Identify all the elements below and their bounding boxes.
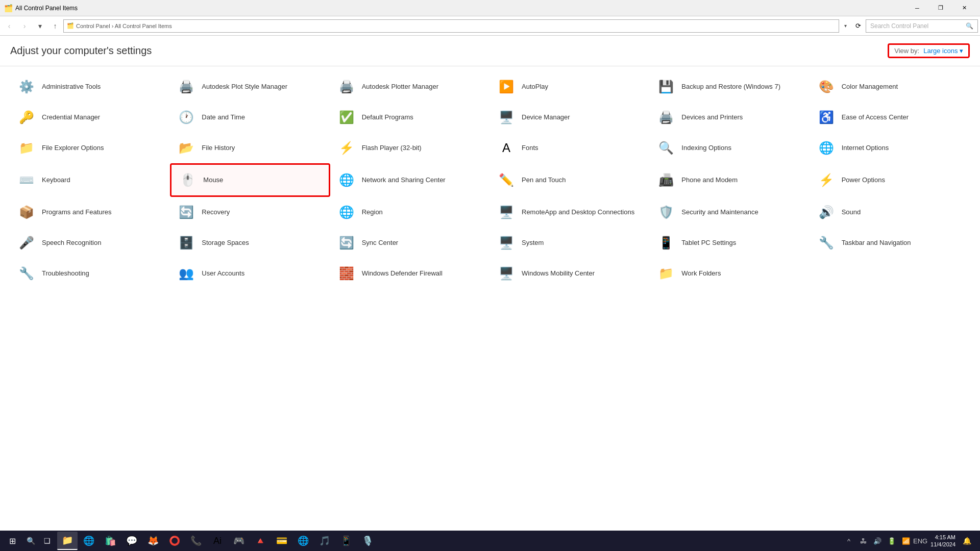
cp-item-administrative-tools[interactable]: ⚙️ Administrative Tools: [10, 71, 170, 102]
taskbar-app-firefox[interactable]: 🦊: [143, 532, 163, 550]
cp-item-file-history[interactable]: 📂 File History: [170, 133, 330, 163]
battery-icon[interactable]: 🔋: [886, 535, 898, 547]
cp-item-color-management[interactable]: 🎨 Color Management: [810, 71, 970, 102]
cp-item-device-manager[interactable]: 🖥️ Device Manager: [490, 102, 650, 133]
search-box[interactable]: Search Control Panel 🔍: [866, 19, 978, 33]
cp-icon-flash-player: ⚡: [336, 138, 357, 158]
taskbar-search-button[interactable]: 🔍: [22, 533, 39, 549]
taskbar-app-whatsapp[interactable]: 💬: [121, 532, 142, 550]
network-icon[interactable]: 🖧: [857, 535, 869, 547]
cp-item-internet-options[interactable]: 🌐 Internet Options: [810, 133, 970, 163]
cp-item-recovery[interactable]: 🔄 Recovery: [170, 197, 330, 228]
cp-item-network-sharing[interactable]: 🌐 Network and Sharing Center: [330, 163, 490, 197]
viewby-label: View by:: [894, 47, 919, 55]
cp-label-windows-defender: Windows Defender Firewall: [362, 269, 443, 278]
cp-item-credential-manager[interactable]: 🔑 Credential Manager: [10, 102, 170, 133]
cp-item-backup-restore[interactable]: 💾 Backup and Restore (Windows 7): [650, 71, 810, 102]
cp-item-phone-modem[interactable]: 📠 Phone and Modem: [650, 163, 810, 197]
close-button[interactable]: ✕: [952, 0, 976, 16]
taskbar-app-vlc[interactable]: 🔺: [250, 532, 271, 550]
cp-icon-phone-modem: 📠: [656, 170, 676, 190]
cp-label-taskbar-navigation: Taskbar and Navigation: [842, 239, 911, 247]
cp-item-region[interactable]: 🌐 Region: [330, 197, 490, 228]
taskbar-app-store[interactable]: 🛍️: [100, 532, 120, 550]
cp-icon-fonts: A: [496, 138, 517, 158]
title-bar: 🗂️ All Control Panel Items ─ ❐ ✕: [0, 0, 980, 16]
refresh-button[interactable]: ⟳: [851, 19, 865, 33]
cp-item-system[interactable]: 🖥️ System: [490, 228, 650, 258]
cp-item-flash-player[interactable]: ⚡ Flash Player (32-bit): [330, 133, 490, 163]
task-view-button[interactable]: ❑: [39, 533, 55, 549]
cp-item-troubleshooting[interactable]: 🔧 Troubleshooting: [10, 258, 170, 289]
cp-item-date-time[interactable]: 🕐 Date and Time: [170, 102, 330, 133]
cp-item-user-accounts[interactable]: 👥 User Accounts: [170, 258, 330, 289]
minimize-button[interactable]: ─: [905, 0, 929, 16]
taskbar-app-file-explorer[interactable]: 📁: [57, 532, 78, 550]
keyboard-layout-icon[interactable]: ENG: [914, 535, 926, 547]
taskbar-app-mic[interactable]: 🎙️: [357, 532, 378, 550]
cp-item-ease-of-access[interactable]: ♿ Ease of Access Center: [810, 102, 970, 133]
cp-item-fonts[interactable]: A Fonts: [490, 133, 650, 163]
cp-item-work-folders[interactable]: 📁 Work Folders: [650, 258, 810, 289]
cp-item-power-options[interactable]: ⚡ Power Options: [810, 163, 970, 197]
cp-item-speech-recognition[interactable]: 🎤 Speech Recognition: [10, 228, 170, 258]
taskbar-app-skype[interactable]: 📞: [186, 532, 206, 550]
cp-item-security-maintenance[interactable]: 🛡️ Security and Maintenance: [650, 197, 810, 228]
search-icon: 🔍: [966, 22, 973, 30]
cp-item-windows-mobility[interactable]: 🖥️ Windows Mobility Center: [490, 258, 650, 289]
start-button[interactable]: ⊞: [2, 531, 22, 551]
cp-icon-windows-defender: 🧱: [336, 263, 357, 284]
taskbar-app-adobe[interactable]: Ai: [207, 532, 228, 550]
restore-button[interactable]: ❐: [929, 0, 952, 16]
taskbar-app-edge[interactable]: 🌐: [79, 532, 99, 550]
recent-button[interactable]: ▾: [33, 19, 47, 33]
cp-item-devices-printers[interactable]: 🖨️ Devices and Printers: [650, 102, 810, 133]
wifi-icon[interactable]: 📶: [900, 535, 912, 547]
cp-item-windows-defender[interactable]: 🧱 Windows Defender Firewall: [330, 258, 490, 289]
cp-icon-tablet-pc: 📱: [656, 233, 676, 253]
notification-center-button[interactable]: 🔔: [960, 534, 974, 548]
cp-icon-troubleshooting: 🔧: [16, 263, 37, 284]
system-clock[interactable]: 4:15 AM 11/4/2024: [928, 534, 958, 548]
cp-item-tablet-pc[interactable]: 📱 Tablet PC Settings: [650, 228, 810, 258]
forward-button[interactable]: ›: [17, 19, 32, 33]
cp-item-sound[interactable]: 🔊 Sound: [810, 197, 970, 228]
address-field[interactable]: 🗂️ Control Panel › All Control Panel Ite…: [63, 19, 839, 33]
viewby-value[interactable]: Large icons ▾: [923, 47, 963, 55]
cp-item-autodesk-plotter[interactable]: 🖨️ Autodesk Plotter Manager: [330, 71, 490, 102]
taskbar-app-device[interactable]: 📱: [336, 532, 356, 550]
volume-icon[interactable]: 🔊: [871, 535, 884, 547]
taskbar-app-browser2[interactable]: 🌐: [293, 532, 313, 550]
cp-icon-autodesk-plotter: 🖨️: [336, 77, 357, 97]
cp-item-indexing-options[interactable]: 🔍 Indexing Options: [650, 133, 810, 163]
cp-item-programs-features[interactable]: 📦 Programs and Features: [10, 197, 170, 228]
cp-label-mouse: Mouse: [203, 176, 223, 185]
cp-item-file-explorer-options[interactable]: 📁 File Explorer Options: [10, 133, 170, 163]
cp-label-flash-player: Flash Player (32-bit): [362, 144, 422, 153]
cp-item-storage-spaces[interactable]: 🗄️ Storage Spaces: [170, 228, 330, 258]
taskbar-app-media[interactable]: 🎵: [314, 532, 335, 550]
up-button[interactable]: ↑: [48, 19, 62, 33]
back-button[interactable]: ‹: [2, 19, 16, 33]
tray-expand[interactable]: ^: [843, 535, 855, 547]
date-display: 11/4/2024: [930, 541, 955, 548]
taskbar-app-game[interactable]: 🎮: [229, 532, 249, 550]
cp-icon-default-programs: ✅: [336, 107, 357, 128]
taskbar-apps: 📁🌐🛍️💬🦊⭕📞Ai🎮🔺💳🌐🎵📱🎙️: [55, 532, 839, 550]
cp-icon-recovery: 🔄: [176, 202, 197, 222]
cp-item-autoplay[interactable]: ▶️ AutoPlay: [490, 71, 650, 102]
cp-item-taskbar-navigation[interactable]: 🔧 Taskbar and Navigation: [810, 228, 970, 258]
cp-item-pen-touch[interactable]: ✏️ Pen and Touch: [490, 163, 650, 197]
taskbar-app-wallet[interactable]: 💳: [272, 532, 292, 550]
cp-item-keyboard[interactable]: ⌨️ Keyboard: [10, 163, 170, 197]
cp-item-remoteapp[interactable]: 🖥️ RemoteApp and Desktop Connections: [490, 197, 650, 228]
cp-item-autodesk-plot-style[interactable]: 🖨️ Autodesk Plot Style Manager: [170, 71, 330, 102]
cp-item-mouse[interactable]: 🖱️ Mouse: [170, 163, 330, 197]
window-title: All Control Panel Items: [15, 5, 905, 12]
view-by-control[interactable]: View by: Large icons ▾: [888, 43, 970, 58]
cp-item-sync-center[interactable]: 🔄 Sync Center: [330, 228, 490, 258]
cp-item-default-programs[interactable]: ✅ Default Programs: [330, 102, 490, 133]
cp-icon-file-explorer-options: 📁: [16, 138, 37, 158]
address-dropdown[interactable]: ▾: [840, 19, 850, 33]
taskbar-app-chrome[interactable]: ⭕: [164, 532, 185, 550]
